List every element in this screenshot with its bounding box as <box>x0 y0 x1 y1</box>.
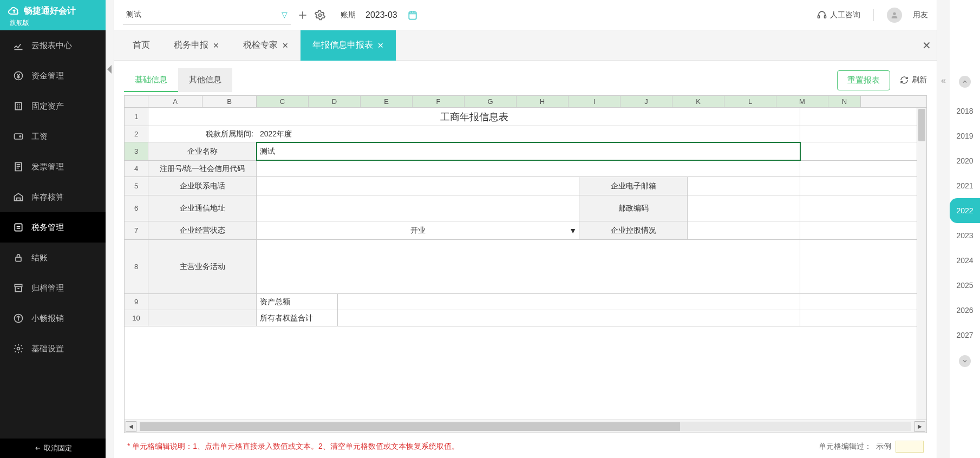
sidebar-item-tax[interactable]: 税务管理 <box>0 212 106 243</box>
col-header[interactable]: M <box>776 96 828 107</box>
cell-email-label[interactable]: 企业电子邮箱 <box>579 177 688 195</box>
cell-mainbiz-value[interactable] <box>257 240 800 293</box>
col-header[interactable]: K <box>672 96 724 107</box>
expand-panel-icon[interactable]: « <box>941 76 946 86</box>
calendar-icon[interactable] <box>407 10 418 21</box>
collapse-sidebar-button[interactable] <box>107 65 112 74</box>
cell-period-value[interactable]: 2022年度 <box>257 126 800 142</box>
row-header[interactable]: 5 <box>125 177 148 195</box>
unpin-button[interactable]: 取消固定 <box>0 439 106 458</box>
close-icon[interactable]: ✕ <box>213 41 219 50</box>
sidebar-item-settings[interactable]: 基础设置 <box>0 333 106 364</box>
scroll-track[interactable] <box>140 422 911 431</box>
cell-mainbiz-label[interactable]: 主营业务活动 <box>148 240 257 293</box>
col-header[interactable]: F <box>413 96 465 107</box>
close-all-tabs-icon[interactable]: ✕ <box>922 39 931 52</box>
vertical-scrollbar[interactable] <box>917 108 926 420</box>
cell-regno-label[interactable]: 注册号/统一社会信用代码 <box>148 161 257 176</box>
col-header[interactable]: C <box>257 96 309 107</box>
corner-cell[interactable] <box>125 96 148 107</box>
row-header[interactable]: 2 <box>125 126 148 142</box>
year-2024[interactable]: 2024 <box>950 248 980 273</box>
row-header[interactable]: 3 <box>125 142 148 160</box>
scroll-up-years[interactable] <box>959 76 971 88</box>
close-icon[interactable]: ✕ <box>377 41 384 50</box>
cell-total-assets-label[interactable]: 资产总额 <box>257 294 338 310</box>
cell-postcode-value[interactable] <box>688 195 800 221</box>
cell-company-name-value[interactable]: 测试 <box>257 142 800 160</box>
scrollbar-thumb[interactable] <box>140 422 680 431</box>
cell-address-label[interactable]: 企业通信地址 <box>148 195 257 221</box>
col-header[interactable]: J <box>620 96 672 107</box>
cell-holding-label[interactable]: 企业控股情况 <box>579 221 688 239</box>
year-2022[interactable]: 2022 <box>950 198 980 223</box>
year-2025[interactable]: 2025 <box>950 273 980 298</box>
col-header[interactable]: H <box>517 96 569 107</box>
cell-total-assets-value[interactable] <box>338 294 800 310</box>
scrollbar-thumb[interactable] <box>918 109 925 141</box>
cell-regno-value[interactable] <box>257 161 800 176</box>
sidebar-item-expense[interactable]: 小畅报销 <box>0 303 106 333</box>
year-2021[interactable]: 2021 <box>950 173 980 198</box>
row-header[interactable]: 1 <box>125 108 148 126</box>
consult-button[interactable]: 人工咨询 <box>817 10 860 20</box>
cell-holding-value[interactable] <box>688 221 800 239</box>
sidebar-item-invoice[interactable]: 发票管理 <box>0 152 106 182</box>
cell-company-name-label[interactable]: 企业名称 <box>148 142 257 160</box>
col-header[interactable]: B <box>202 96 257 107</box>
row-header[interactable]: 10 <box>125 310 148 326</box>
row-header[interactable]: 7 <box>125 221 148 239</box>
year-2026[interactable]: 2026 <box>950 298 980 323</box>
cell-status-label[interactable]: 企业经营状态 <box>148 221 257 239</box>
subtab-basic-info[interactable]: 基础信息 <box>124 68 178 92</box>
scroll-left-button[interactable]: ◀ <box>126 421 136 432</box>
col-header[interactable]: D <box>309 96 361 107</box>
tab-home[interactable]: 首页 <box>121 30 162 61</box>
year-2023[interactable]: 2023 <box>950 223 980 248</box>
sheet-title[interactable]: 工商年报信息表 <box>148 108 800 126</box>
cell-period-label[interactable]: 税款所属期间: <box>148 126 257 142</box>
sidebar-item-archive[interactable]: 归档管理 <box>0 273 106 303</box>
sidebar-item-inventory[interactable]: 库存核算 <box>0 182 106 212</box>
col-header[interactable]: G <box>465 96 517 107</box>
year-2020[interactable]: 2020 <box>950 148 980 173</box>
tab-annual-report[interactable]: 年报信息申报表✕ <box>300 30 396 61</box>
row-header[interactable]: 9 <box>125 294 148 310</box>
tab-tax-filing[interactable]: 税务申报✕ <box>162 30 231 61</box>
scroll-down-years[interactable] <box>959 355 971 367</box>
sidebar-item-fixed-assets[interactable]: 固定资产 <box>0 91 106 121</box>
cell-phone-label[interactable]: 企业联系电话 <box>148 177 257 195</box>
sidebar-item-closing[interactable]: 结账 <box>0 243 106 273</box>
cell-owner-equity-value[interactable] <box>338 310 800 326</box>
year-2019[interactable]: 2019 <box>950 123 980 148</box>
cell-owner-equity-label[interactable]: 所有者权益合计 <box>257 310 338 326</box>
plus-icon[interactable] <box>297 10 308 21</box>
sidebar-item-cloud-report[interactable]: 云报表中心 <box>0 30 106 61</box>
close-icon[interactable]: ✕ <box>282 41 289 50</box>
cell-email-value[interactable] <box>688 177 800 195</box>
col-header[interactable]: I <box>569 96 620 107</box>
row-header[interactable]: 4 <box>125 161 148 176</box>
subtab-other-info[interactable]: 其他信息 <box>178 68 232 92</box>
cell-postcode-label[interactable]: 邮政编码 <box>579 195 688 221</box>
settings-icon[interactable] <box>315 10 325 21</box>
row-header[interactable]: 8 <box>125 240 148 293</box>
tab-tax-expert[interactable]: 税检专家✕ <box>231 30 300 61</box>
cell-status-value[interactable]: 开业▼ <box>257 221 579 239</box>
col-header[interactable]: A <box>148 96 202 107</box>
scroll-right-button[interactable]: ▶ <box>914 421 925 432</box>
sidebar-item-funds[interactable]: 资金管理 <box>0 61 106 91</box>
cell-address-value[interactable] <box>257 195 579 221</box>
refresh-button[interactable]: 刷新 <box>900 75 927 85</box>
year-2018[interactable]: 2018 <box>950 99 980 123</box>
cell-blank-label[interactable] <box>148 294 257 310</box>
cell-blank-label2[interactable] <box>148 310 257 326</box>
reset-report-button[interactable]: 重置报表 <box>837 70 890 90</box>
col-header[interactable]: E <box>361 96 413 107</box>
col-header[interactable]: N <box>828 96 861 107</box>
col-header[interactable]: L <box>724 96 776 107</box>
avatar[interactable] <box>887 8 902 23</box>
cell-phone-value[interactable] <box>257 177 579 195</box>
year-2027[interactable]: 2027 <box>950 323 980 348</box>
row-header[interactable]: 6 <box>125 195 148 221</box>
